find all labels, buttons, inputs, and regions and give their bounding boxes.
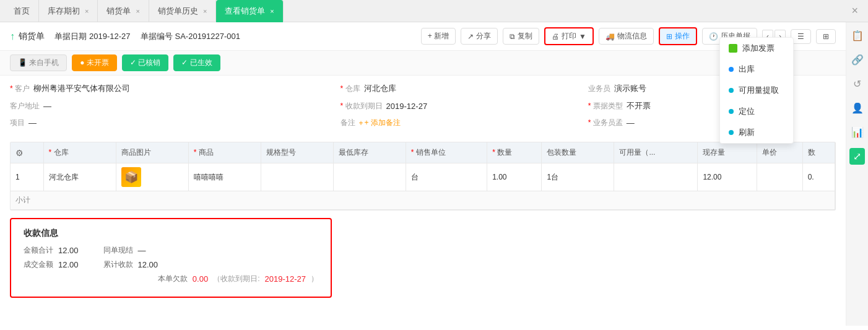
chart-icon[interactable]: 📊 [849, 124, 866, 141]
invoice-label: 票据类型 [588, 101, 623, 111]
share-icon: ↗ [467, 32, 474, 41]
clipboard-icon[interactable]: 📋 [849, 27, 866, 44]
copy-button[interactable]: ⧉ 复制 [503, 28, 539, 45]
tab-sales-history-close[interactable]: × [203, 7, 207, 15]
collected-item: 累计收款 12.00 [103, 259, 158, 270]
doc-date-label: 单据日期 [54, 31, 87, 42]
owed-hint: （收款到期日: [213, 274, 259, 284]
outbound-item[interactable]: 出库 [720, 59, 793, 80]
new-button[interactable]: + 新增 [421, 28, 456, 45]
from-phone-button[interactable]: 📱 来自手机 [10, 54, 67, 71]
col-stock: 现存量 [698, 142, 757, 163]
row-index: 1 [11, 163, 43, 191]
print-icon: 🖨 [552, 32, 559, 41]
project-label: 项目 [10, 118, 25, 128]
tab-inventory[interactable]: 库存期初 × [39, 0, 98, 22]
refresh-icon[interactable]: ↺ [851, 76, 864, 92]
summary-row-1: 金额合计 12.00 同单现结 — [24, 245, 318, 256]
invoice-value: 不开票 [627, 100, 651, 111]
note-label: 备注 [341, 118, 355, 128]
right-sidebar: 📋 🔗 ↺ 👤 📊 ⤢ [846, 22, 868, 326]
col-price: 单价 [757, 142, 802, 163]
summary-row-3: 本单欠款 0.00 （收款到期日: 2019-12-27 ） [24, 274, 318, 284]
project-field: 项目 — [10, 118, 341, 128]
col-spec: 规格型号 [261, 142, 333, 163]
not-open-button[interactable]: ● 未开票 [72, 54, 117, 71]
deal-amount-item: 成交金额 12.00 [24, 259, 79, 270]
available-extract-item[interactable]: 可用量提取 [720, 80, 793, 101]
user-icon[interactable]: 👤 [849, 100, 866, 116]
verified-button[interactable]: ✓ 已核销 [122, 54, 168, 71]
print-button[interactable]: 🖨 打印 ▼ [544, 27, 594, 45]
col-pack-qty: 包装数量 [542, 142, 614, 163]
doc-date-meta: 单据日期 2019-12-27 [54, 31, 131, 42]
invoice-icon [729, 44, 737, 53]
tab-home[interactable]: 首页 [5, 0, 39, 22]
tab-sales-history[interactable]: 销货单历史 × [149, 0, 216, 22]
owed-value: 0.00 [193, 274, 208, 284]
col-available: 可用量（... [614, 142, 698, 163]
due-date-label: 收款到期日 [341, 101, 383, 111]
doc-title: ↑ 销货单 [10, 31, 45, 42]
tab-sales[interactable]: 销货单 × [98, 0, 149, 22]
staff2-value: — [627, 118, 635, 128]
window-close-button[interactable]: × [846, 4, 863, 17]
form-row-3: 项目 — 备注 + + 添加备注 业务员孟 — [10, 118, 836, 128]
tab-sales-close[interactable]: × [136, 7, 139, 15]
doc-number-meta: 单据编号 SA-20191227-001 [141, 31, 241, 42]
staff2-field: 业务员孟 — [588, 118, 836, 128]
row-stock: 12.00 [698, 163, 757, 191]
tab-view-sales-close[interactable]: × [270, 7, 274, 15]
operations-button[interactable]: ⊞ 操作 [659, 27, 697, 45]
row-qty: 1.00 [487, 163, 542, 191]
warehouse-value: 河北仓库 [364, 83, 396, 94]
same-order-settle-label: 同单现结 [103, 245, 133, 256]
tab-bar: 首页 库存期初 × 销货单 × 销货单历史 × 查看销货单 × × [0, 0, 868, 22]
warehouse-label: 仓库 [341, 84, 360, 94]
share-button[interactable]: ↗ 分享 [461, 28, 498, 45]
teal-dot-icon-1 [729, 88, 734, 93]
project-value: — [28, 118, 37, 128]
form-row-1: 客户 柳州粤港平安气体有限公司 仓库 河北仓库 业务员 演示账号 [10, 83, 836, 94]
col-amount: 数 [802, 142, 835, 163]
same-order-settle-value: — [138, 246, 146, 255]
phone-icon: 📱 [18, 58, 27, 67]
tab-view-sales[interactable]: 查看销货单 × [216, 0, 283, 22]
owed-label: 本单欠款 [158, 274, 188, 284]
warehouse-field: 仓库 河北仓库 [341, 83, 588, 94]
locate-item[interactable]: 定位 [720, 101, 793, 122]
summary-row-2: 成交金额 12.00 累计收款 12.00 [24, 259, 318, 270]
teal-dot-icon-2 [729, 109, 734, 114]
link-icon[interactable]: 🔗 [849, 51, 866, 68]
blue-dot-icon [729, 67, 734, 72]
subtotal-row: 小计 [11, 191, 835, 210]
add-note-button[interactable]: + + 添加备注 [359, 118, 401, 128]
history-icon: 🕐 [709, 32, 718, 41]
doc-type-icon: ↑ [10, 31, 15, 42]
logistics-button[interactable]: 🚚 物流信息 [599, 28, 654, 45]
layout-grid-button[interactable]: ⊞ [816, 29, 836, 44]
col-warehouse: 仓库 [43, 142, 116, 163]
table-header-row: ⚙ 仓库 商品图片 商品 规格型号 最低库存 销售单位 数量 包装数量 可用量（… [11, 142, 835, 163]
subtotal-label: 小计 [11, 191, 835, 210]
address-field: 客户地址 — [10, 101, 341, 111]
add-invoice-item[interactable]: 添加发票 [720, 38, 793, 59]
circle-icon: ● [80, 58, 84, 67]
doc-type-label: 销货单 [19, 31, 45, 42]
settings-icon[interactable]: ⚙ [15, 148, 24, 158]
print-dropdown-icon: ▼ [579, 32, 586, 41]
effective-button[interactable]: ✓ 已生效 [173, 54, 220, 71]
address-label: 客户地址 [10, 101, 40, 111]
table-row: 1 河北仓库 📦 嘻嘻嘻嘻 台 1.00 1台 [11, 163, 835, 191]
summary-panel: 收款信息 金额合计 12.00 同单现结 — 成交金额 12.00 [10, 218, 332, 298]
expand-icon[interactable]: ⤢ [849, 148, 865, 165]
collected-value: 12.00 [138, 260, 158, 269]
form-row-2: 客户地址 — 收款到期日 2019-12-27 票据类型 不开票 [10, 100, 836, 111]
refresh-item[interactable]: 刷新 [720, 122, 793, 143]
tab-inventory-close[interactable]: × [85, 7, 89, 15]
plus-icon: + [359, 119, 363, 128]
invoice-field: 票据类型 不开票 [588, 100, 836, 111]
copy-icon: ⧉ [510, 32, 515, 41]
customer-field: 客户 柳州粤港平安气体有限公司 [10, 83, 341, 94]
col-settings: ⚙ [11, 142, 43, 163]
